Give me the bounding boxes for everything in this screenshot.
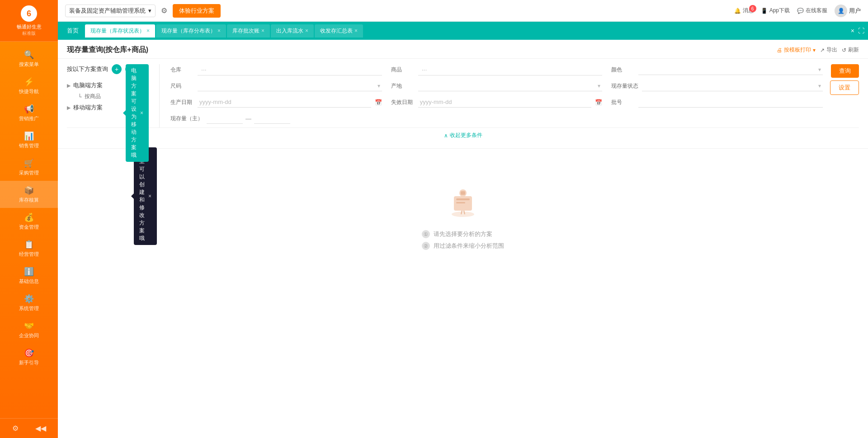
tab-close-all-icon[interactable]: × [851,27,854,34]
gear-button[interactable]: ⚙ [161,6,167,15]
logo-icon: 6 [21,5,37,22]
tab-close-batch[interactable]: × [261,28,264,34]
base-icon: ℹ️ [24,267,34,277]
trial-button[interactable]: 体验行业方案 [173,4,221,18]
size-chevron-icon: ▾ [377,83,380,89]
filter-origin: 产地 ▾ [391,81,603,91]
sidebar-item-sales[interactable]: 📊 销售管理 [0,127,58,154]
stock-status-chevron-icon: ▾ [818,83,821,89]
edit-tooltip-close[interactable]: × [148,193,151,199]
inventory-max-input[interactable] [254,113,290,124]
color-select[interactable]: ▾ [638,65,823,75]
tab-close-inventory-dist[interactable]: × [217,28,221,34]
stock-status-select[interactable]: ▾ [642,81,823,91]
collapse-bar[interactable]: ∧ 收起更多条件 [67,127,859,143]
query-button[interactable]: 查询 [831,64,859,78]
tab-batch[interactable]: 库存批次账 × [227,24,270,38]
system-selector[interactable]: 装备及固定资产辅助管理系统 ▾ [65,5,156,17]
user-button[interactable]: 👤 用户 [835,5,861,17]
tab-inventory-dist[interactable]: 现存量（库存分布表） × [156,24,226,38]
collab-icon: 🤝 [24,321,34,331]
sidebar-item-purchase[interactable]: 🛒 采购管理 [0,154,58,181]
avatar: 👤 [835,5,847,17]
main-area: 装备及固定资产辅助管理系统 ▾ ⚙ 体验行业方案 🔔 消息 6 📱 App下载 … [58,0,868,438]
purchase-icon: 🛒 [24,158,34,168]
filter-goods: 商品 ··· [391,64,603,75]
tab-inventory-status[interactable]: 现存量（库存状况表） × [85,24,155,38]
system-name: 装备及固定资产辅助管理系统 [69,7,146,15]
tab-home[interactable]: 首页 [61,24,84,38]
notice-button[interactable]: 🔔 消息 6 [734,7,754,14]
svg-rect-2 [456,198,470,200]
bell-icon: 🔔 [734,8,741,14]
produce-date-input[interactable] [198,97,371,108]
origin-chevron-icon: ▾ [598,83,600,89]
goods-select[interactable]: ··· [418,64,603,75]
sidebar-item-guide[interactable]: 🎯 新手引导 [0,344,58,371]
tab-summary[interactable]: 收发存汇总表 × [315,24,363,38]
sidebar-item-finance[interactable]: 💰 资金管理 [0,208,58,235]
inventory-icon: 📦 [24,185,34,195]
expire-date-input[interactable] [418,97,592,108]
tab-expand-icon[interactable]: ⛶ [858,27,864,34]
nav-icon: ⚡ [24,77,34,87]
origin-select[interactable]: ▾ [418,81,603,91]
tab-bar: 首页 现存量（库存状况表） × 现存量（库存分布表） × 库存批次账 × 出入库… [58,22,868,40]
filter-area: 按以下方案查询 + ✎ « 电脑方案可设为移动方案哦 × [58,59,868,149]
top-header: 装备及固定资产辅助管理系统 ▾ ⚙ 体验行业方案 🔔 消息 6 📱 App下载 … [58,0,868,22]
settings-footer-btn[interactable]: ⚙ [12,424,19,433]
sidebar-item-system[interactable]: ⚙️ 系统管理 [0,289,58,316]
export-button[interactable]: ↗ 导出 [820,46,837,54]
tab-bar-right: × ⛶ [851,27,864,34]
tooltip-scheme: 电脑方案可设为移动方案哦 × [126,64,149,162]
tab-close-inventory-status[interactable]: × [146,28,150,34]
page-content: 现存量查询(按仓库+商品) 🖨 按模板打印 ▾ ↗ 导出 ↺ 刷新 [58,40,868,438]
collapse-sidebar-btn[interactable]: ◀◀ [35,424,46,433]
guide-icon: 🎯 [24,348,34,358]
tooltip-scheme-close[interactable]: × [140,110,143,116]
sidebar-item-inventory[interactable]: 📦 库存核算 [0,181,58,208]
sidebar-item-base[interactable]: ℹ️ 基础信息 [0,262,58,289]
filter-row-3: 生产日期 📅 失效日期 📅 批号 [170,97,823,108]
print-chevron-icon: ▾ [813,47,816,53]
tab-close-flow[interactable]: × [305,28,308,34]
filter-row-1: 仓库 ··· 商品 ··· 颜色 [170,64,823,75]
sidebar-item-search[interactable]: 🔍 搜索菜单 [0,45,58,72]
tab-flow[interactable]: 出入库流水 × [271,24,314,38]
expire-date-calendar-icon[interactable]: 📅 [595,99,602,106]
add-scheme-button[interactable]: + [112,64,122,74]
produce-date-calendar-icon[interactable]: 📅 [375,99,382,106]
sidebar-item-collab[interactable]: 🤝 企业协同 [0,316,58,344]
management-icon: 📋 [24,240,34,250]
refresh-icon: ↺ [842,47,846,53]
logo-text: 畅通好生意 标准版 [17,24,42,37]
filter-produce-date: 生产日期 📅 [170,97,382,108]
color-chevron-icon: ▾ [818,66,821,73]
tree-mobile-arrow: ▶ [67,105,71,111]
tree-desktop-arrow: ▶ [67,83,71,89]
sidebar-item-marketing[interactable]: 📢 营销推广 [0,99,58,127]
sidebar-item-nav[interactable]: ⚡ 快捷导航 [0,72,58,99]
app-download-button[interactable]: 📱 App下载 [761,7,790,14]
service-icon: 💬 [797,8,804,14]
inventory-min-input[interactable] [207,113,243,124]
edit-tooltip: 这里可以创建和修改方案哦 × [134,147,157,245]
filter-row-4: 现存量（主） — [170,113,823,124]
inventory-range: — [207,113,290,124]
tab-close-summary[interactable]: × [354,28,358,34]
filter-inventory: 现存量（主） — [170,113,290,124]
export-icon: ↗ [820,47,825,53]
filter-size: 尺码 ▾ [170,81,382,91]
refresh-button[interactable]: ↺ 刷新 [842,46,859,54]
warehouse-select[interactable]: ··· [198,64,382,75]
tooltip-scheme-box: 电脑方案可设为移动方案哦 × [126,64,149,162]
size-select[interactable]: ▾ [198,81,382,91]
reset-button[interactable]: 设置 [830,80,859,95]
sidebar-item-management[interactable]: 📋 经营管理 [0,235,58,262]
system-icon: ⚙️ [24,294,34,304]
batch-input[interactable] [638,97,823,108]
filter-warehouse: 仓库 ··· [170,64,382,75]
print-button[interactable]: 🖨 按模板打印 ▾ [777,46,816,54]
online-service-button[interactable]: 💬 在线客服 [797,7,827,14]
filter-row-2: 尺码 ▾ 产地 ▾ [170,81,823,91]
